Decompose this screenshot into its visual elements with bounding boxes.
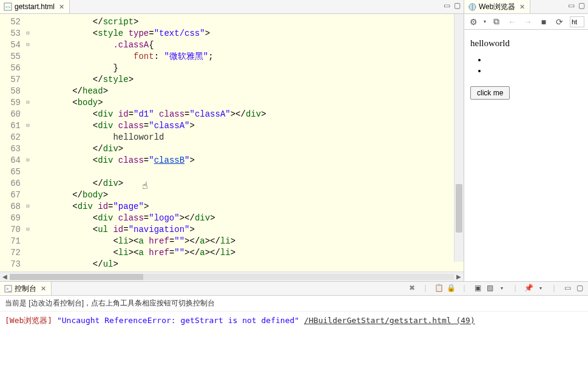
rendered-list bbox=[487, 55, 582, 77]
vertical-scrollbar[interactable] bbox=[454, 14, 464, 262]
editor-tab[interactable]: <> getstart.html ✕ bbox=[0, 0, 70, 13]
rendered-text: helloworld bbox=[470, 38, 582, 49]
browser-toolbar: ⚙▾ ⧉ ← → ■ ⟳ bbox=[464, 14, 588, 30]
minimize-icon[interactable]: ▭ bbox=[442, 1, 451, 10]
console-switch-a-icon[interactable]: ▣ bbox=[473, 283, 482, 293]
console-tab-bar: >_ 控制台 ✕ ✖ | 📋 🔒 | ▣ ▨ ▾ | 📌 ▾ | ▭ ▢ bbox=[0, 282, 588, 296]
horizontal-scrollbar[interactable]: ◀ ▶ bbox=[0, 271, 464, 281]
maximize-icon[interactable]: ▢ bbox=[453, 1, 461, 10]
scroll-left-icon[interactable]: ◀ bbox=[0, 273, 10, 280]
forward-icon[interactable]: → bbox=[522, 16, 533, 27]
svg-text:>_: >_ bbox=[6, 287, 11, 292]
maximize-icon[interactable]: ▢ bbox=[577, 1, 586, 10]
html-file-icon: <> bbox=[4, 2, 12, 11]
console-tab-label: 控制台 bbox=[15, 284, 36, 294]
click-me-button[interactable]: click me bbox=[470, 86, 510, 100]
console-source-link[interactable]: /HBuilderGetStart/getstart.html (49) bbox=[304, 316, 475, 325]
browser-tab-label: Web浏览器 bbox=[479, 2, 515, 12]
console-pane: >_ 控制台 ✕ ✖ | 📋 🔒 | ▣ ▨ ▾ | 📌 ▾ | ▭ ▢ 当前是… bbox=[0, 282, 588, 382]
copy-icon[interactable]: 📋 bbox=[434, 283, 444, 293]
fold-column[interactable]: ⊟⊟⊟⊟⊟⊟⊟ bbox=[24, 14, 32, 271]
console-icon: >_ bbox=[4, 284, 12, 293]
minimize-icon[interactable]: ▭ bbox=[563, 283, 572, 293]
stop-icon[interactable]: ■ bbox=[538, 16, 549, 27]
line-number-gutter: 5253545556575859606162636465666768697071… bbox=[0, 14, 24, 271]
editor-pane: <> getstart.html ✕ ▭ ▢ 52535455565758596… bbox=[0, 0, 464, 281]
console-output[interactable]: [Web浏览器] "Uncaught ReferenceError: getSt… bbox=[0, 312, 588, 382]
list-item bbox=[487, 55, 582, 66]
pin-icon[interactable]: 📌 bbox=[524, 283, 533, 293]
svg-text:<>: <> bbox=[5, 5, 10, 9]
console-hint: 当前是 [边改边看控制台]，点右上角工具条相应按钮可切换控制台 bbox=[0, 296, 588, 312]
browser-viewport: helloworld click me bbox=[464, 30, 588, 281]
globe-icon bbox=[468, 2, 476, 11]
maximize-icon[interactable]: ▢ bbox=[575, 283, 584, 293]
url-input[interactable] bbox=[570, 16, 584, 27]
lock-icon[interactable]: 🔒 bbox=[446, 283, 456, 293]
minimize-icon[interactable]: ▭ bbox=[567, 1, 575, 10]
close-icon[interactable]: ✕ bbox=[57, 2, 66, 11]
refresh-icon[interactable]: ⟳ bbox=[554, 16, 565, 27]
console-switch-b-icon[interactable]: ▨ bbox=[485, 283, 495, 293]
new-window-icon[interactable]: ⧉ bbox=[491, 16, 502, 27]
close-icon[interactable]: ✕ bbox=[39, 284, 47, 293]
list-item bbox=[487, 66, 582, 77]
console-message: "Uncaught ReferenceError: getStrart is n… bbox=[57, 316, 299, 325]
hscroll-thumb[interactable] bbox=[10, 274, 143, 280]
scrollbar-thumb[interactable] bbox=[456, 184, 462, 233]
back-icon[interactable]: ← bbox=[507, 16, 518, 27]
scroll-right-icon[interactable]: ▶ bbox=[454, 273, 464, 280]
code-editor[interactable]: 5253545556575859606162636465666768697071… bbox=[0, 14, 464, 271]
console-toolbar: ✖ | 📋 🔒 | ▣ ▨ ▾ | 📌 ▾ | ▭ ▢ bbox=[407, 283, 584, 293]
browser-tab[interactable]: Web浏览器 ✕ bbox=[464, 0, 530, 13]
code-area[interactable]: </script> <style type="text/css"> .class… bbox=[32, 14, 464, 271]
clear-icon[interactable]: ✖ bbox=[407, 283, 417, 293]
console-prefix: [Web浏览器] bbox=[5, 316, 52, 325]
browser-tab-bar: Web浏览器 ✕ ▭ ▢ bbox=[464, 0, 588, 14]
console-tab[interactable]: >_ 控制台 ✕ bbox=[0, 282, 52, 295]
close-icon[interactable]: ✕ bbox=[518, 2, 526, 11]
gear-icon[interactable]: ⚙ bbox=[468, 16, 479, 27]
editor-tab-bar: <> getstart.html ✕ ▭ ▢ bbox=[0, 0, 464, 14]
editor-tab-label: getstart.html bbox=[15, 2, 55, 11]
browser-pane: Web浏览器 ✕ ▭ ▢ ⚙▾ ⧉ ← → ■ ⟳ helloworld cli… bbox=[464, 0, 588, 281]
